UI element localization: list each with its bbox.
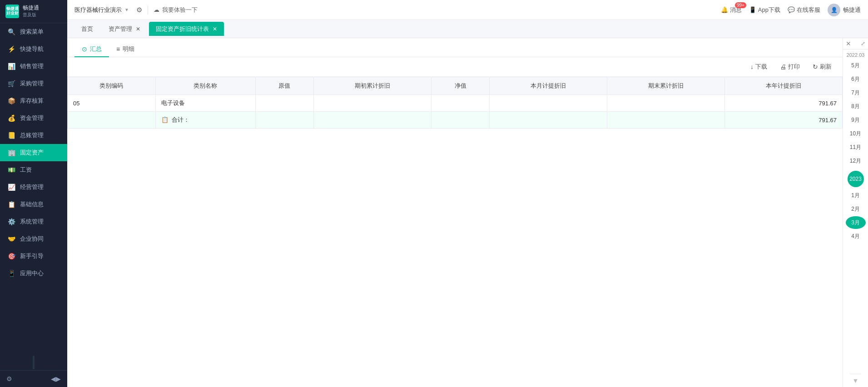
year-2023-badge[interactable]: 2023: [848, 171, 864, 187]
print-btn[interactable]: 🖨 打印: [776, 61, 804, 73]
total-icon: 📋: [161, 116, 169, 123]
sidebar-item-purchase[interactable]: 🛒 采购管理: [0, 75, 67, 92]
cell-benyue: [490, 95, 607, 112]
refresh-btn[interactable]: ↻ 刷新: [809, 61, 835, 73]
tab-depreciation-report[interactable]: 固定资产折旧统计表 ✕: [149, 22, 224, 36]
month-2023-4[interactable]: 4月: [846, 230, 866, 243]
col-header-jingzhi: 净值: [431, 77, 489, 95]
total-benyue: [490, 112, 607, 129]
settings-icon[interactable]: ⚙: [136, 6, 142, 14]
month-2022-5[interactable]: 5月: [846, 59, 866, 72]
cell-name: 电子设备: [155, 95, 255, 112]
print-label: 打印: [788, 63, 800, 71]
sidebar-item-basicinfo[interactable]: 📋 基础信息: [0, 196, 67, 213]
sidebar-item-operations[interactable]: 📈 经营管理: [0, 179, 67, 196]
cart-icon: 🛒: [7, 80, 15, 87]
chart-icon: 📊: [7, 63, 15, 70]
sidebar-item-label: 搜索菜单: [20, 28, 44, 36]
table-row[interactable]: 05 电子设备 791.67: [68, 95, 843, 112]
right-date-panel: ✕ ⤢ 2022.03 5月 6月 7月 8月 9月 10月 11月 12月 2…: [843, 38, 868, 387]
gear-icon: ⚙️: [7, 218, 15, 225]
month-2022-7[interactable]: 7月: [846, 86, 866, 99]
tab-close-icon[interactable]: ✕: [136, 26, 140, 32]
sidebar-item-enterprise[interactable]: 🤝 企业协同: [0, 230, 67, 248]
tab-home[interactable]: 首页: [74, 22, 100, 36]
info-icon: 📋: [7, 201, 15, 208]
col-header-benyue: 本月计提折旧: [490, 77, 607, 95]
month-2022-10[interactable]: 10月: [846, 127, 866, 140]
sidebar-item-label: 固定资产: [20, 149, 44, 157]
ledger-icon: 📒: [7, 132, 15, 139]
content-area: ⊙ 汇总 ≡ 明细 ↓ 下载 🖨 打印 ↻: [67, 38, 868, 387]
cell-code: 05: [68, 95, 156, 112]
sidebar-scroll: 🔍 搜索菜单 ⚡ 快捷导航 📊 销售管理 🛒 采购管理 📦 库存核算 💰 资金管…: [0, 23, 67, 355]
dropdown-arrow-icon: ▼: [124, 7, 129, 12]
panel-expand-icon[interactable]: ⤢: [861, 40, 865, 47]
sidebar-item-search[interactable]: 🔍 搜索菜单: [0, 23, 67, 40]
sidebar-item-inventory[interactable]: 📦 库存核算: [0, 92, 67, 109]
month-2023-3[interactable]: 3月: [846, 216, 866, 229]
cell-jingzhi: [431, 95, 489, 112]
sidebar-item-appcenter[interactable]: 📱 应用中心: [0, 265, 67, 282]
user-label: 畅捷通: [843, 6, 861, 14]
sidebar-footer: ⚙ ◀▶: [0, 370, 67, 387]
app-download-btn[interactable]: 📱 App下载: [749, 6, 780, 14]
sidebar-item-ledger[interactable]: 📒 总账管理: [0, 127, 67, 144]
company-selector[interactable]: 医疗器械行业演示 ▼: [74, 6, 129, 14]
total-bennian: 791.67: [725, 112, 843, 129]
tab-depreciation-label: 固定资产折旧统计表: [156, 25, 209, 33]
month-2022-6[interactable]: 6月: [846, 73, 866, 85]
building-icon: 🏢: [7, 149, 15, 156]
sidebar-item-guide[interactable]: 🎯 新手引导: [0, 248, 67, 265]
month-2023-2[interactable]: 2月: [846, 203, 866, 215]
topbar: 医疗器械行业演示 ▼ ⚙ ☁ 我要体验一下 🔔 消息 99+ 📱 App下载 💬…: [67, 0, 868, 20]
sidebar-item-label: 企业协同: [20, 235, 44, 243]
sidebar-item-label: 经营管理: [20, 183, 44, 191]
month-2023-1[interactable]: 1月: [846, 189, 866, 202]
sidebar-item-funds[interactable]: 💰 资金管理: [0, 109, 67, 127]
col-header-yuanzhi: 原值: [255, 77, 313, 95]
detail-icon: ≡: [116, 45, 120, 53]
app-edition: 普及版: [23, 12, 39, 18]
subtab-summary[interactable]: ⊙ 汇总: [74, 42, 109, 57]
chevron-down-icon[interactable]: ▼: [853, 377, 859, 384]
download-icon: 📱: [749, 6, 756, 13]
tab-asset-management[interactable]: 资产管理 ✕: [102, 22, 147, 36]
month-2022-11[interactable]: 11月: [846, 141, 866, 154]
user-avatar-btn[interactable]: 👤 畅捷通: [828, 4, 861, 16]
tab-close-active-icon[interactable]: ✕: [213, 26, 217, 32]
sidebar-item-system[interactable]: ⚙️ 系统管理: [0, 213, 67, 230]
tab-asset-label: 资产管理: [109, 25, 132, 33]
search-icon: 🔍: [7, 28, 15, 35]
download-btn[interactable]: ↓ 下载: [747, 61, 771, 73]
sidebar-item-label: 采购管理: [20, 79, 44, 88]
sidebar-item-assets[interactable]: 🏢 固定资产: [0, 144, 67, 161]
subtab-detail[interactable]: ≡ 明细: [109, 42, 142, 57]
right-panel-header: ✕ ⤢: [843, 38, 868, 50]
online-service-btn[interactable]: 💬 在线客服: [788, 6, 820, 14]
ops-icon: 📈: [7, 184, 15, 191]
main-area: 医疗器械行业演示 ▼ ⚙ ☁ 我要体验一下 🔔 消息 99+ 📱 App下载 💬…: [67, 0, 868, 387]
cell-qichu: [314, 95, 432, 112]
experience-btn[interactable]: ☁ 我要体验一下: [154, 6, 198, 14]
settings-icon[interactable]: ⚙: [6, 375, 12, 382]
bell-icon: 🔔: [721, 6, 728, 13]
month-2022-12[interactable]: 12月: [846, 154, 866, 167]
summary-icon: ⊙: [82, 45, 87, 53]
depreciation-table: 类别编码 类别名称 原值 期初累计折旧 净值 本月计提折旧 期末累计折旧 本年计…: [67, 77, 843, 129]
month-2022-8[interactable]: 8月: [846, 100, 866, 113]
month-2022-9[interactable]: 9月: [846, 114, 866, 126]
sidebar-item-sales[interactable]: 📊 销售管理: [0, 58, 67, 75]
notifications-btn[interactable]: 🔔 消息 99+: [721, 6, 742, 14]
total-qimo: [607, 112, 725, 129]
sidebar-item-label: 销售管理: [20, 62, 44, 70]
sidebar-item-payroll[interactable]: 💵 工资: [0, 161, 67, 179]
cell-qimo: [607, 95, 725, 112]
total-label: 📋 合计：: [155, 112, 255, 129]
flash-icon: ⚡: [7, 45, 15, 53]
sidebar-item-quicknav[interactable]: ⚡ 快捷导航: [0, 40, 67, 58]
app-title: 畅捷通: [23, 5, 39, 12]
panel-close-icon[interactable]: ✕: [846, 40, 851, 47]
collapse-icon[interactable]: ◀▶: [51, 375, 61, 382]
notifications-badge: 99+: [735, 2, 746, 8]
